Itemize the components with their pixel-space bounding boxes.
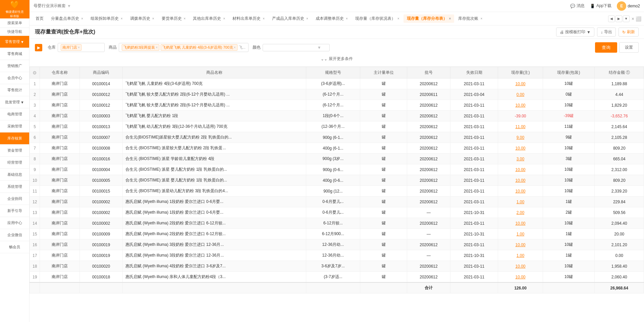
tab-disassemble-history[interactable]: 组装拆卸单历史 × xyxy=(87,14,126,23)
cell-balance: 2,105.28 xyxy=(595,132,644,143)
cell-qty-main[interactable]: 10.00 xyxy=(498,143,543,154)
settings-btn[interactable]: 设置 xyxy=(619,42,639,53)
close-tab-material-history[interactable]: × xyxy=(263,17,265,20)
header-actions: 🖨 按模板打印 ▼ ↓ 导出 ↻ 刷新 xyxy=(556,28,639,37)
color-text-input[interactable] xyxy=(266,45,316,50)
cell-qty-main[interactable]: 0.00 xyxy=(498,89,543,100)
cell-qty-main[interactable]: 9.00 xyxy=(498,132,543,143)
cell-seq: 6 xyxy=(30,132,40,143)
cell-spec: (6-12个月... xyxy=(306,89,360,100)
sidebar-quicknav-section[interactable]: 快捷导航 xyxy=(0,28,29,36)
sidebar-item-enterprise[interactable]: 企业协同 xyxy=(0,193,29,205)
expand-arrow-btn[interactable]: ▶ xyxy=(35,44,42,51)
sidebar-item-system[interactable]: 系统管理 xyxy=(0,181,29,193)
cell-spec: (3-7岁适... xyxy=(306,272,360,283)
tab-prev-btn[interactable]: ◀ xyxy=(608,15,615,22)
product-tag-1: 飞鹤星飞帆 儿童奶粉 4段(3-6岁适用) 700克 × xyxy=(161,44,237,51)
col-settings[interactable]: ⚙ xyxy=(30,67,40,78)
sidebar-item-guide[interactable]: 新手引导 xyxy=(0,205,29,217)
cell-unit: 罐 xyxy=(360,261,407,272)
cell-qty-main[interactable]: 10.00 xyxy=(498,175,543,186)
sidebar-item-purchase[interactable]: 采购管理 xyxy=(0,120,29,132)
close-tab-request-history[interactable]: × xyxy=(184,17,186,20)
user-name: demo2 xyxy=(628,4,640,8)
tab-batch-account[interactable]: 库存批次账 × xyxy=(455,14,486,23)
cell-qty-main[interactable]: 10.00 xyxy=(498,164,543,175)
cell-batch: 20200612 xyxy=(407,197,450,207)
cell-qty-main[interactable]: 10.00 xyxy=(498,100,543,111)
tab-inventory-status[interactable]: 现存量（库存状况表） × xyxy=(352,14,403,23)
close-tab-batch-account[interactable]: × xyxy=(480,17,482,20)
tab-material-history[interactable]: 材料出库单历史 × xyxy=(229,14,268,23)
close-tab-split-history[interactable]: × xyxy=(81,17,83,20)
remove-product-tag-0-btn[interactable]: × xyxy=(156,46,158,49)
tab-mix-history[interactable]: 调拨单历史 × xyxy=(127,14,158,23)
cell-qty-main[interactable]: 10.00 xyxy=(498,186,543,197)
sidebar-item-inventory[interactable]: 库存核算 xyxy=(0,132,29,145)
cell-balance: 1,958.40 xyxy=(595,261,644,272)
sidebar-item-member[interactable]: 会员中心 xyxy=(0,72,29,84)
sidebar-item-marketing[interactable]: 营销推广 xyxy=(0,60,29,72)
app-download-btn[interactable]: 📱 App下载 xyxy=(590,3,611,9)
tab-menu-btn[interactable]: ▼ xyxy=(623,15,630,22)
refresh-btn[interactable]: ↻ 刷新 xyxy=(619,28,639,37)
cell-qty-main[interactable]: 10.00 xyxy=(498,272,543,283)
user-profile-btn[interactable]: E demo2 xyxy=(617,1,640,11)
sidebar-item-retail-shop[interactable]: 零售商城 xyxy=(0,48,29,60)
close-tab-cost-adjust-history[interactable]: × xyxy=(346,17,348,20)
sidebar-search-section[interactable]: 搜索菜单 xyxy=(0,18,29,28)
template-print-btn[interactable]: 🖨 按模板打印 ▼ xyxy=(556,28,594,37)
sidebar-item-ecommerce[interactable]: 电商管理 xyxy=(0,108,29,120)
export-btn[interactable]: ↓ 导出 xyxy=(597,28,616,37)
sidebar-item-retail-stats[interactable]: 零售统计 xyxy=(0,84,29,96)
tab-inventory-dist[interactable]: 现存量（库存分布表） × xyxy=(404,14,454,23)
sidebar-item-basics[interactable]: 基础信息 xyxy=(0,169,29,181)
cell-code: 00100004 xyxy=(79,164,122,175)
tab-product-in-history[interactable]: 产成品入库单历史 × xyxy=(269,14,312,23)
product-input[interactable]: 飞鹤奶粉3段两提装 × 飞鹤星飞帆 儿童奶粉 4段(3-6岁适用) 700克 ×… xyxy=(119,43,249,52)
expand-more-conditions[interactable]: ⌄⌄ 展开更多条件 xyxy=(35,55,639,63)
cell-qty-main[interactable]: 2.00 xyxy=(498,207,543,218)
cell-qty-main[interactable]: 10.00 xyxy=(498,218,543,229)
sidebar-item-vip[interactable]: 畅会员 xyxy=(0,241,29,253)
cell-qty-main[interactable]: 11.00 xyxy=(498,121,543,132)
message-btn[interactable]: 💬 消息 xyxy=(570,3,585,9)
cell-qty-pkg: -39罐 xyxy=(543,111,595,121)
sidebar-item-batch[interactable]: 批发管理 ▼ xyxy=(0,96,29,108)
sidebar-item-retail[interactable]: 零售管理 ▼ xyxy=(0,36,29,48)
cell-qty-main[interactable]: 1.00 xyxy=(498,197,543,207)
tab-split-history[interactable]: 分量盘点单历史 × xyxy=(48,14,87,23)
cell-expire: 2021-03-11 xyxy=(450,154,498,164)
cell-qty-main[interactable]: 10.00 xyxy=(498,261,543,272)
remove-product-tag-1-btn[interactable]: × xyxy=(234,46,236,49)
cell-qty-main[interactable]: 10.00 xyxy=(498,239,543,250)
sidebar-item-operations[interactable]: 经营管理 xyxy=(0,157,29,169)
cell-qty-main[interactable]: 1.00 xyxy=(498,229,543,239)
close-tab-product-in-history[interactable]: × xyxy=(306,17,308,20)
close-all-tabs-btn[interactable]: × xyxy=(632,16,634,21)
close-tab-mix-history[interactable]: × xyxy=(152,17,154,20)
cell-qty-main[interactable]: 10.00 xyxy=(498,78,543,89)
cell-batch: 20200612 xyxy=(407,132,450,143)
cell-qty-main[interactable]: -39.00 xyxy=(498,111,543,121)
sidebar-item-apps[interactable]: 应用中心 xyxy=(0,217,29,229)
cell-qty-main[interactable]: 3.00 xyxy=(498,154,543,164)
tab-home[interactable]: 首页 xyxy=(32,14,47,23)
tab-cost-adjust-history[interactable]: 成本调整单历史 × xyxy=(312,14,351,23)
tab-request-history[interactable]: 要货单历史 × xyxy=(158,14,189,23)
color-input[interactable]: ▼ xyxy=(263,44,330,51)
close-tab-disassemble-history[interactable]: × xyxy=(121,17,123,20)
close-tab-inventory-status[interactable]: × xyxy=(397,17,399,20)
maximize-btn[interactable]: ⬜ xyxy=(636,16,641,21)
tab-other-out-history[interactable]: 其他出库单历史 × xyxy=(190,14,228,23)
sidebar-item-wechat[interactable]: 企业微信 xyxy=(0,229,29,241)
close-tab-inventory-dist[interactable]: × xyxy=(449,17,451,20)
remove-warehouse-tag-btn[interactable]: × xyxy=(78,46,80,49)
printer-icon: 🖨 xyxy=(560,30,564,35)
warehouse-input[interactable]: 南岸门店 × xyxy=(58,43,105,52)
search-btn[interactable]: 查询 xyxy=(595,42,617,53)
sidebar-item-finance[interactable]: 资金管理 xyxy=(0,145,29,157)
close-tab-other-out-history[interactable]: × xyxy=(223,17,225,20)
cell-qty-main[interactable]: 1.00 xyxy=(498,250,543,261)
tab-next-btn[interactable]: ▶ xyxy=(615,15,622,22)
